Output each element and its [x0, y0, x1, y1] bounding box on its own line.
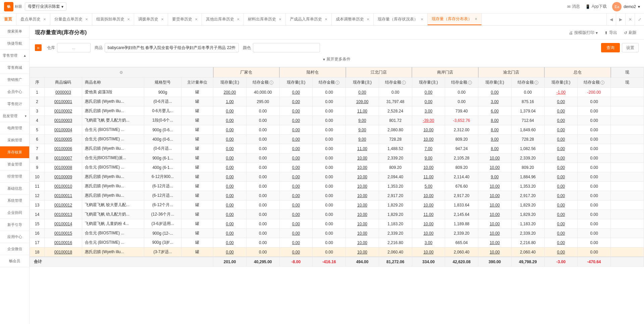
qty-link[interactable]: 0.00	[292, 250, 300, 254]
code-link[interactable]: 0000003	[55, 90, 71, 95]
qty-link[interactable]: 0.00	[226, 109, 233, 113]
qty-link[interactable]: 0.00	[557, 137, 565, 142]
tab-next-btn[interactable]: ▶	[616, 13, 625, 26]
sidebar-item-member[interactable]: 会员中心	[0, 86, 29, 98]
tab-assembly-history[interactable]: 组装拆卸单历史 ✕	[92, 13, 134, 25]
qty-link[interactable]: 10.00	[423, 165, 433, 170]
tab-transfer-history[interactable]: 调拨单历史 ✕	[134, 13, 168, 25]
qty-link[interactable]: 10.00	[490, 156, 500, 160]
code-link[interactable]: 00100016	[54, 240, 72, 245]
qty-link[interactable]: 0.00	[557, 193, 565, 198]
qty-link[interactable]: 8.00	[491, 146, 498, 151]
info-icon[interactable]: i	[402, 81, 406, 85]
tab-cost-adjust-history[interactable]: 成本调整单历史 ✕	[332, 13, 374, 25]
qty-link[interactable]: 10.00	[357, 222, 367, 226]
qty-link[interactable]: 10.00	[357, 184, 367, 189]
tab-material-out-history[interactable]: 材料出库单历史 ✕	[244, 13, 286, 25]
qty-link[interactable]: 0.00	[557, 184, 565, 189]
qty-link[interactable]: 0.00	[292, 165, 300, 170]
qty-link[interactable]: 0.00	[292, 222, 300, 226]
qty-link[interactable]: 10.00	[357, 212, 367, 217]
qty-link[interactable]: 9.00	[358, 137, 366, 142]
setting-button[interactable]: 设置	[622, 43, 639, 52]
qty-link[interactable]: 0.00	[292, 137, 300, 142]
tab-close-all-btn[interactable]: ✕	[625, 13, 635, 26]
expand-icon[interactable]: »	[35, 44, 42, 51]
qty-link[interactable]: 10.00	[423, 231, 433, 236]
qty-link[interactable]: 0.00	[292, 156, 300, 160]
qty-link[interactable]: 10.00	[423, 250, 433, 254]
qty-link[interactable]: 0.00	[557, 175, 565, 179]
qty-link[interactable]: 0.00	[226, 184, 233, 189]
qty-link[interactable]: 0.00	[425, 99, 432, 104]
qty-link[interactable]: 0.00	[226, 156, 233, 160]
qty-link[interactable]: 0.00	[226, 128, 233, 132]
qty-link[interactable]: 11.00	[357, 109, 367, 113]
info-icon[interactable]: i	[600, 81, 604, 85]
qty-link[interactable]: 0.00	[491, 90, 498, 95]
qty-link[interactable]: 9.00	[358, 118, 366, 123]
tab-expand-btn[interactable]: ⤢	[635, 13, 644, 26]
export-btn[interactable]: ⬆ 导出	[602, 29, 619, 37]
info-icon[interactable]: i	[269, 81, 273, 85]
qty-link[interactable]: 0.00	[226, 222, 233, 226]
sidebar-item-system-mgmt[interactable]: 系统管理	[0, 195, 29, 207]
qty-link[interactable]: 0.00	[292, 109, 300, 113]
code-link[interactable]: 00100013	[54, 212, 72, 217]
qty-link[interactable]: 10.00	[490, 212, 500, 217]
qty-link[interactable]: 10.00	[423, 128, 433, 132]
code-link[interactable]: 00100006	[54, 146, 72, 151]
tab-inventory-history[interactable]: 盘点单历史 ✕	[16, 13, 50, 25]
qty-link[interactable]: 0.00	[292, 184, 300, 189]
settings-icon[interactable]: ⚙	[119, 70, 123, 75]
qty-link[interactable]: 3.00	[491, 99, 498, 104]
qty-link[interactable]: 0.00	[226, 240, 233, 245]
code-link[interactable]: 00100008	[54, 165, 72, 170]
qty-link[interactable]: 0.00	[557, 165, 565, 170]
qty-link[interactable]: 0.00	[292, 128, 300, 132]
qty-link[interactable]: 9.00	[491, 175, 498, 179]
qty-link[interactable]: 10.00	[423, 193, 433, 198]
tab-order-history[interactable]: 要货单历史 ✕	[168, 13, 202, 25]
tab-quantity-history[interactable]: 分量盘点单历史 ✕	[50, 13, 92, 25]
sidebar-item-ecom-mgmt[interactable]: 电商管理	[0, 122, 29, 134]
code-link[interactable]: 00100011	[54, 193, 72, 198]
qty-link[interactable]: 0.00	[557, 212, 565, 217]
qty-link[interactable]: 0.00	[557, 99, 565, 104]
qty-link[interactable]: 0.00	[292, 99, 300, 104]
qty-link[interactable]: 10.00	[357, 250, 367, 254]
info-icon[interactable]: i	[468, 81, 472, 85]
sidebar-item-guide[interactable]: 新手引导	[0, 219, 29, 231]
qty-link[interactable]: 10.00	[490, 165, 500, 170]
sidebar-item-wholesale-mgmt[interactable]: 批发管理 ▾	[0, 110, 29, 122]
tab-product-in-history[interactable]: 产成品入库单历史 ✕	[286, 13, 332, 25]
qty-link[interactable]: 0.00	[226, 175, 233, 179]
tab-stock-status[interactable]: 现存量（库存状况表） ✕	[374, 13, 428, 25]
sidebar-item-finance-mgmt[interactable]: 资金管理	[0, 158, 29, 171]
qty-link[interactable]: 10.00	[423, 222, 433, 226]
qty-link[interactable]: 0.00	[226, 146, 233, 151]
qty-link[interactable]: 11.00	[423, 175, 433, 179]
qty-link[interactable]: -1.00	[556, 90, 566, 95]
qty-link[interactable]: 0.00	[557, 231, 565, 236]
sidebar-item-stock-accounting[interactable]: 库存核算	[0, 146, 29, 158]
qty-link[interactable]: 0.00	[226, 250, 233, 254]
qty-link[interactable]: 6.00	[491, 109, 498, 113]
qty-link[interactable]: 0.00	[557, 203, 565, 207]
qty-link[interactable]: 10.00	[357, 165, 367, 170]
code-link[interactable]: 00100009	[54, 175, 72, 179]
qty-link[interactable]: 10.00	[490, 222, 500, 226]
code-link[interactable]: 00100002	[54, 109, 72, 113]
qty-link[interactable]: 0.00	[557, 109, 565, 113]
qty-link[interactable]: 5.00	[425, 184, 432, 189]
qty-link[interactable]: 0.00	[557, 118, 565, 123]
qty-link[interactable]: 10.00	[490, 203, 500, 207]
code-link[interactable]: 00100001	[54, 99, 72, 104]
sidebar-item-member-plus[interactable]: 畅会员	[0, 255, 29, 267]
tab-close-icon[interactable]: ✕	[367, 17, 369, 21]
tab-close-icon[interactable]: ✕	[325, 17, 327, 21]
qty-link[interactable]: 0.00	[292, 175, 300, 179]
info-icon[interactable]: i	[534, 81, 538, 85]
qty-link[interactable]: 0.00	[292, 240, 300, 245]
qty-link[interactable]: 10.00	[490, 240, 500, 245]
